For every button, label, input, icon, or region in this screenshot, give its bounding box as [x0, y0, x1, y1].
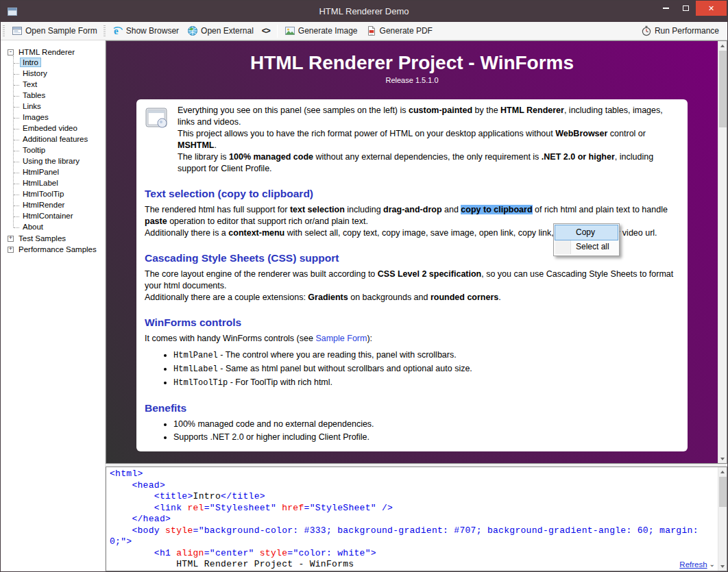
tree-item-tables[interactable]: Tables	[10, 90, 105, 101]
tree-item-images[interactable]: Images	[10, 112, 105, 123]
expand-icon[interactable]: +	[8, 247, 14, 253]
text-segment: paste	[145, 216, 167, 226]
code-line: <head>	[110, 480, 714, 492]
expand-icon[interactable]: +	[8, 236, 14, 242]
text-segment: - For ToolTip with rich html.	[228, 377, 332, 387]
content-card: Everything you see on this panel (see sa…	[136, 99, 688, 451]
text-segment: custom-painted	[409, 105, 472, 115]
html-source-editor[interactable]: <html> <head> <title>Intro</title> <link…	[106, 467, 718, 571]
heading-text-selection: Text selection (copy to clipboard)	[145, 188, 679, 199]
context-menu-item-copy[interactable]: Copy	[555, 225, 618, 240]
code-line: </head>	[110, 514, 714, 525]
text-segment: .	[498, 293, 500, 302]
tree-item-label: Links	[21, 102, 43, 110]
browser-e-icon: e	[112, 25, 123, 36]
tree-item-using-the-library[interactable]: Using the library	[10, 156, 105, 167]
tree-node-performance-samples[interactable]: +Performance Samples	[8, 244, 105, 255]
tree-item-htmlpanel[interactable]: HtmlPanel	[10, 167, 105, 178]
app-window: HTML Renderer Demo ✕ Open Sample Form e …	[0, 0, 728, 572]
html-panel: HTML Renderer Project - WinForms Release…	[106, 40, 727, 464]
image-icon	[284, 25, 295, 36]
sample-form-link[interactable]: Sample Form	[315, 334, 367, 343]
generate-image-button[interactable]: Generate Image	[280, 23, 362, 38]
tree-item-label: Tooltip	[21, 146, 47, 154]
text-segment: It comes with handy WinForms controls (s…	[145, 334, 315, 343]
text-segment: ):	[367, 334, 372, 343]
source-scrollbar[interactable]	[718, 467, 727, 571]
close-button[interactable]: ✕	[696, 1, 727, 16]
text-segment: of rich html and plain text to handle	[533, 205, 668, 214]
tree-item-htmlrender[interactable]: HtmlRender	[10, 200, 105, 211]
open-external-button[interactable]: Open External	[183, 23, 258, 38]
text-segment: .	[214, 140, 216, 150]
tree-item-additional-features[interactable]: Additional features	[10, 134, 105, 145]
text-segment: - The control where you are reading this…	[218, 350, 457, 360]
code-line: <title>Intro</title>	[110, 491, 714, 503]
scroll-down-icon[interactable]	[718, 454, 727, 463]
collapse-icon[interactable]: -	[8, 49, 14, 55]
text-segment: HtmlLabel	[173, 364, 218, 374]
text-segment: Additionally there is a	[145, 228, 228, 238]
generate-pdf-button[interactable]: Generate PDF	[362, 23, 437, 38]
text-segment: The rendered html has full support for	[145, 205, 290, 214]
scroll-up-icon[interactable]	[718, 41, 727, 50]
text-segment: WebBrowser	[555, 129, 607, 138]
run-performance-button[interactable]: Run Performance	[637, 23, 723, 38]
heading-benefits: Benefits	[145, 402, 679, 414]
scroll-down-icon[interactable]	[718, 562, 727, 571]
refresh-link[interactable]: Refresh	[679, 560, 707, 569]
tree-node-html-renderer[interactable]: - HTML Renderer	[8, 47, 105, 58]
tree-item-intro[interactable]: Intro	[10, 58, 105, 69]
selected-text: copy to clipboard	[461, 205, 532, 214]
tree-item-label: Using the library	[21, 157, 82, 165]
intro-paragraph: Everything you see on this panel (see sa…	[178, 105, 679, 175]
tree-item-tooltip[interactable]: Tooltip	[10, 145, 105, 156]
chevron-down-icon[interactable]: ⌄	[709, 561, 715, 568]
tree-item-about[interactable]: About	[10, 222, 105, 233]
html-rendered-content[interactable]: HTML Renderer Project - WinForms Release…	[106, 41, 718, 463]
form-icon	[12, 25, 23, 36]
tree-item-history[interactable]: History	[10, 69, 105, 79]
tree-item-label: About	[21, 223, 45, 231]
text-segment: control or	[607, 129, 646, 138]
toolstrip-grip[interactable]	[104, 25, 106, 37]
bullet-item: HtmlPanel - The control where you are re…	[173, 349, 679, 362]
context-menu-item-select-all[interactable]: Select all	[555, 240, 618, 254]
html-source-panel: <html> <head> <title>Intro</title> <link…	[106, 467, 727, 571]
show-browser-button[interactable]: e Show Browser	[108, 23, 183, 38]
scrollbar-thumb[interactable]	[719, 51, 727, 127]
code-line: HTML Renderer Project - WinForms	[110, 559, 714, 571]
tree-item-htmllabel[interactable]: HtmlLabel	[10, 178, 105, 189]
text-segment: The core layout engine of the renderer w…	[145, 269, 378, 279]
tree-item-htmlcontainer[interactable]: HtmlContainer	[10, 211, 105, 222]
winforms-controls-list: HtmlPanel - The control where you are re…	[145, 349, 679, 389]
text-segment: Supports .NET 2.0 or higher including Cl…	[173, 432, 369, 442]
tree-item-text[interactable]: Text	[10, 79, 105, 90]
stopwatch-icon	[641, 25, 652, 36]
tree-node-test-samples[interactable]: +Test Samples	[8, 233, 105, 244]
scrollbar-thumb[interactable]	[719, 477, 727, 507]
tree-item-label: HtmlLabel	[21, 179, 60, 187]
tree-item-htmltooltip[interactable]: HtmlToolTip	[10, 189, 105, 200]
toolstrip-grip[interactable]	[3, 25, 5, 37]
text-segment: on backgrounds and	[348, 293, 430, 302]
main-scrollbar[interactable]	[718, 41, 727, 463]
open-sample-form-button[interactable]: Open Sample Form	[8, 23, 101, 38]
tree-item-label: Additional features	[21, 135, 90, 143]
scroll-up-icon[interactable]	[718, 467, 727, 476]
text-segment: This project allows you to have the rich…	[178, 129, 555, 138]
app-icon[interactable]	[7, 6, 18, 17]
view-source-button[interactable]: <>	[258, 24, 274, 38]
bullet-item: HtmlToolTip - For ToolTip with rich html…	[173, 377, 679, 389]
minimize-button[interactable]	[656, 1, 676, 16]
generate-pdf-label: Generate PDF	[380, 26, 433, 36]
tree-item-links[interactable]: Links	[10, 101, 105, 112]
tree-item-embeded-video[interactable]: Embeded video	[10, 123, 105, 134]
tree-item-label: Tables	[21, 91, 47, 99]
maximize-button[interactable]	[676, 1, 696, 16]
release-version: Release 1.5.1.0	[106, 76, 718, 84]
text-segment: including	[345, 205, 383, 214]
samples-tree: - HTML Renderer IntroHistoryTextTablesLi…	[1, 40, 106, 571]
text-segment: Additionally there are a couple extensio…	[145, 293, 308, 302]
text-segment: operation to editor that support rich or…	[167, 216, 368, 226]
